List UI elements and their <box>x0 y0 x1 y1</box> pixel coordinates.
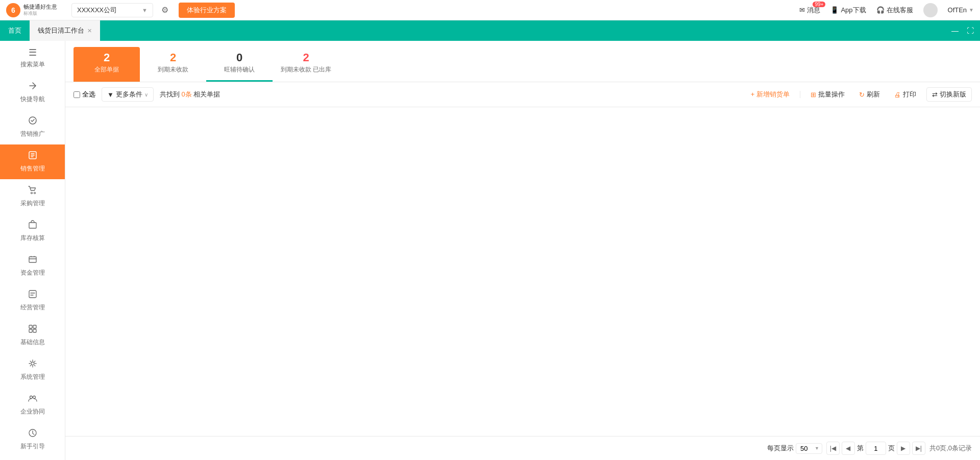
page-size-select: 每页显示 50 10 20 100 <box>767 443 822 454</box>
sidebar-item-label: 基础信息 <box>20 338 45 347</box>
stat-label-all: 全部单据 <box>82 65 132 74</box>
sidebar-item-app-center[interactable]: 应用中心 <box>0 457 65 460</box>
tab-work-bench[interactable]: 钱货日清工作台 ✕ <box>30 20 100 41</box>
stat-tab-all[interactable]: 2 全部单据 <box>74 47 140 82</box>
stat-number-overdue: 2 <box>148 51 198 64</box>
close-icon[interactable]: ✕ <box>87 28 92 34</box>
sidebar-item-sales[interactable]: 销售管理 <box>0 144 65 179</box>
online-service-action[interactable]: 🎧 在线客服 <box>876 6 913 15</box>
divider <box>800 91 800 98</box>
tab-bar: 首页 钱货日清工作台 ✕ — ⛶ <box>0 20 980 41</box>
user-name-action[interactable]: OfTEn ▼ <box>948 6 974 14</box>
sidebar-item-enterprise[interactable]: 企业协同 <box>0 388 65 422</box>
stat-tab-wangpu[interactable]: 0 旺辅待确认 <box>206 47 273 82</box>
app-download-icon: 📱 <box>830 6 839 14</box>
sidebar-item-label: 搜索菜单 <box>20 60 45 69</box>
sidebar-item-label: 快捷导航 <box>20 95 45 104</box>
sidebar-item-newbie[interactable]: 新手引导 <box>0 422 65 457</box>
page-label: 第 <box>857 444 864 453</box>
content-area: 2 全部单据 2 到期未收款 0 旺辅待确认 2 到期未收款 已出库 全选 <box>65 41 980 460</box>
chevron-down-icon: ▼ <box>142 7 148 13</box>
last-page-button[interactable]: ▶| <box>912 442 925 455</box>
stat-label-wangpu: 旺辅待确认 <box>214 65 264 74</box>
switch-icon: ⇄ <box>932 91 938 99</box>
message-icon: ✉ <box>799 6 805 14</box>
print-label: 打印 <box>903 90 916 99</box>
finance-icon <box>28 255 37 267</box>
company-name: XXXXXX公司 <box>77 6 117 15</box>
quick-nav-icon <box>28 81 37 93</box>
company-selector[interactable]: XXXXXX公司 ▼ <box>71 3 153 17</box>
enterprise-icon <box>28 394 37 405</box>
page-input[interactable] <box>866 442 886 455</box>
sidebar-item-marketing[interactable]: 营销推广 <box>0 110 65 144</box>
batch-ops-button[interactable]: ⊞ 批量操作 <box>806 88 849 101</box>
add-sales-button[interactable]: + 新增销货单 <box>747 88 794 101</box>
svg-point-3 <box>34 192 35 194</box>
stat-label-overdue: 到期未收款 <box>148 65 198 74</box>
sidebar-item-label: 经营管理 <box>20 303 45 312</box>
sidebar-item-search[interactable]: ☰ 搜索菜单 <box>0 41 65 75</box>
sidebar-item-inventory[interactable]: 库存核算 <box>0 214 65 249</box>
filter-button[interactable]: ▼ 更多条件 ∨ <box>102 87 154 102</box>
select-all-checkbox[interactable]: 全选 <box>74 90 95 99</box>
svg-point-13 <box>33 396 35 399</box>
message-action[interactable]: ✉ 消息 99+ <box>799 6 820 15</box>
avatar[interactable] <box>923 3 938 17</box>
select-all-input[interactable] <box>74 91 80 98</box>
experience-button[interactable]: 体验行业方案 <box>179 3 235 18</box>
purchase-icon <box>28 185 37 197</box>
sidebar-item-finance[interactable]: 资金管理 <box>0 249 65 283</box>
minimize-icon[interactable]: — <box>949 25 961 37</box>
print-button[interactable]: 🖨 打印 <box>890 88 920 101</box>
tab-home[interactable]: 首页 <box>0 20 30 41</box>
per-page-label: 每页显示 <box>767 444 794 453</box>
main-layout: ☰ 搜索菜单 快捷导航 营销推广 销售管理 采购管理 <box>0 41 980 460</box>
headset-icon: 🎧 <box>876 6 885 14</box>
switch-label: 切换新版 <box>940 90 966 99</box>
prev-page-button[interactable]: ◀ <box>842 442 855 455</box>
sidebar-item-label: 销售管理 <box>20 164 45 173</box>
next-page-button[interactable]: ▶ <box>897 442 910 455</box>
sidebar-item-quicknav[interactable]: 快捷导航 <box>0 75 65 110</box>
first-page-button[interactable]: |◀ <box>826 442 840 455</box>
sidebar-item-purchase[interactable]: 采购管理 <box>0 179 65 214</box>
sidebar-item-label: 采购管理 <box>20 199 45 208</box>
per-page-dropdown[interactable]: 50 10 20 100 <box>796 443 822 454</box>
per-page-wrap: 50 10 20 100 <box>796 443 822 454</box>
stat-tab-overdue[interactable]: 2 到期未收款 <box>140 47 206 82</box>
svg-rect-4 <box>29 223 36 228</box>
stat-number-all: 2 <box>82 51 132 64</box>
filter-label: 更多条件 <box>116 90 142 99</box>
settings-icon[interactable]: ⚙ <box>157 3 173 18</box>
pagination: 每页显示 50 10 20 100 |◀ ◀ 第 页 ▶ ▶| <box>65 436 980 460</box>
sidebar-item-label: 系统管理 <box>20 373 45 381</box>
page-nav: |◀ ◀ 第 页 ▶ ▶| <box>826 442 925 455</box>
app-download-action[interactable]: 📱 App下载 <box>830 6 866 15</box>
top-header: 6 畅捷通好生意 标准版 XXXXXX公司 ▼ ⚙ 体验行业方案 ✉ 消息 99… <box>0 0 980 20</box>
maximize-icon[interactable]: ⛶ <box>965 25 976 37</box>
online-service-label: 在线客服 <box>887 6 913 15</box>
search-menu-icon: ☰ <box>29 47 37 58</box>
sidebar: ☰ 搜索菜单 快捷导航 营销推广 销售管理 采购管理 <box>0 41 65 460</box>
stats-tabs: 2 全部单据 2 到期未收款 0 旺辅待确认 2 到期未收款 已出库 <box>65 41 980 82</box>
refresh-button[interactable]: ↻ 刷新 <box>855 88 884 101</box>
found-count: 0条 <box>182 90 192 98</box>
total-text: 共0页,0条记录 <box>929 444 972 453</box>
add-sales-label: + 新增销货单 <box>751 90 790 99</box>
print-icon: 🖨 <box>894 91 901 99</box>
sales-icon <box>28 151 37 162</box>
tab-home-label: 首页 <box>8 26 21 35</box>
stat-tab-shipped[interactable]: 2 到期未收款 已出库 <box>273 47 339 82</box>
found-suffix: 相关单据 <box>193 90 220 98</box>
chevron-down-icon-filter: ∨ <box>144 92 148 98</box>
newbie-icon <box>28 428 37 440</box>
inventory-icon <box>28 220 37 232</box>
sidebar-item-operations[interactable]: 经营管理 <box>0 283 65 318</box>
batch-icon: ⊞ <box>811 91 816 99</box>
switch-version-button[interactable]: ⇄ 切换新版 <box>926 87 972 102</box>
sidebar-item-system[interactable]: 系统管理 <box>0 353 65 388</box>
logo-text: 畅捷通好生意 <box>23 3 57 10</box>
filter-icon: ▼ <box>107 91 114 99</box>
sidebar-item-basic-info[interactable]: 基础信息 <box>0 318 65 353</box>
